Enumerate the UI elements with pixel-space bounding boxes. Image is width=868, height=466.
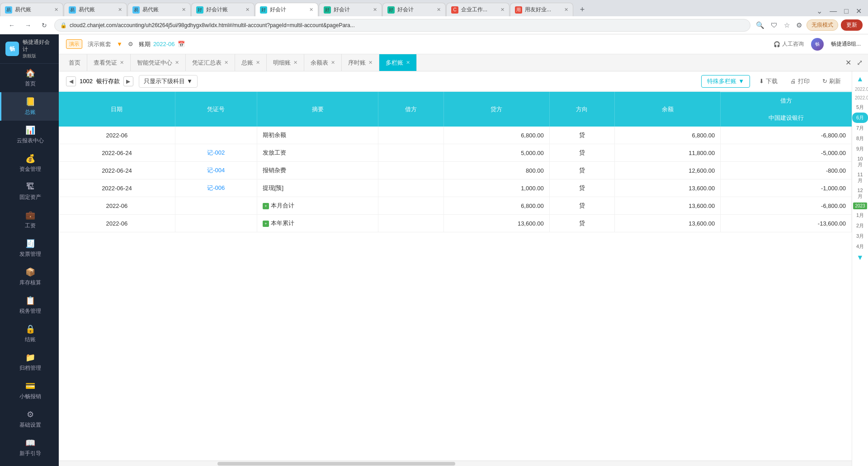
sidebar-item-funds[interactable]: 💰 资金管理	[0, 149, 59, 178]
right-panel-month-3[interactable]: 3月	[852, 231, 868, 241]
star-icon[interactable]: ☆	[782, 19, 792, 31]
minimize-icon[interactable]: —	[827, 6, 840, 16]
service-button[interactable]: 🎧 人工咨询	[774, 40, 804, 48]
update-button[interactable]: 更新	[841, 19, 863, 31]
cell-voucher[interactable]: 记-004	[175, 162, 257, 179]
refresh-button[interactable]: ↻ 刷新	[819, 75, 844, 87]
scroll-up-button[interactable]: ▲	[855, 73, 866, 85]
tab-balance-close[interactable]: ✕	[331, 60, 335, 66]
right-panel-month-10[interactable]: 10月	[852, 154, 868, 170]
tab-home[interactable]: 首页	[62, 54, 87, 71]
tab-smart[interactable]: 智能凭证中心 ✕	[131, 54, 186, 71]
right-panel-month-12[interactable]: 12月	[852, 186, 868, 202]
right-panel-month-5[interactable]: 5月	[852, 102, 868, 113]
browser-tab-6[interactable]: 好 好会计 ✕	[319, 3, 382, 16]
sidebar-item-expense[interactable]: 💳 小畅报销	[0, 377, 59, 405]
sidebar-item-close[interactable]: 🔒 结账	[0, 320, 59, 348]
right-panel-month-1[interactable]: 1月	[852, 210, 868, 221]
tab-detail[interactable]: 明细账 ✕	[267, 54, 304, 71]
sidebar-item-ledger[interactable]: 📒 总账	[0, 92, 59, 121]
right-panel-year-2023[interactable]: 2023	[853, 202, 867, 209]
tab-multi[interactable]: 多栏账 ✕	[379, 54, 417, 71]
sidebar-item-invoice[interactable]: 🧾 发票管理	[0, 234, 59, 263]
cell-voucher[interactable]: 记-002	[175, 144, 257, 162]
sidebar-item-tax[interactable]: 📋 税务管理	[0, 291, 59, 320]
cell-voucher[interactable]: 记-006	[175, 179, 257, 197]
cell-direction: 贷	[549, 144, 614, 162]
tab-close-8[interactable]: ✕	[500, 7, 505, 13]
tab-sequence-close[interactable]: ✕	[368, 60, 373, 66]
right-panel-month-7[interactable]: 7月	[852, 123, 868, 133]
tab-close-4[interactable]: ✕	[245, 7, 250, 13]
browser-tab-5[interactable]: 好 好会计 ✕	[255, 3, 318, 16]
tab-sequence[interactable]: 序时账 ✕	[342, 54, 379, 71]
filter-dropdown[interactable]: 只显示下级科目 ▼	[139, 75, 198, 88]
sidebar-item-guide[interactable]: 📖 新手引导	[0, 433, 59, 462]
tab-close-2[interactable]: ✕	[118, 7, 122, 13]
wuhen-button[interactable]: 无痕模式	[807, 19, 838, 31]
right-panel-month-6[interactable]: 6月	[852, 113, 868, 123]
download-button[interactable]: ⬇ 下载	[755, 75, 781, 87]
browser-tab-7[interactable]: 好 好会计 ✕	[382, 3, 446, 16]
browser-tab-8[interactable]: C 企业工作... ✕	[446, 3, 509, 16]
browser-tab-9[interactable]: 用 用友好业... ✕	[510, 3, 573, 16]
browser-close-icon[interactable]: ✕	[853, 6, 864, 16]
refresh-button[interactable]: ↻	[38, 19, 51, 32]
sidebar-item-inventory[interactable]: 📦 库存核算	[0, 263, 59, 291]
tabs-close-icon[interactable]: ✕	[844, 56, 853, 69]
tab-menu-icon[interactable]: ⌄	[814, 6, 825, 16]
tab-smart-close[interactable]: ✕	[175, 60, 179, 66]
new-tab-button[interactable]: +	[576, 3, 589, 16]
tab-close-6[interactable]: ✕	[373, 7, 377, 13]
sidebar-item-assets[interactable]: 🏗 固定资产	[0, 178, 59, 206]
shield-icon[interactable]: 🛡	[769, 19, 779, 31]
extension-icon[interactable]: ⚙	[794, 19, 804, 31]
sidebar-item-reports[interactable]: 📊 云报表中心	[0, 121, 59, 149]
browser-tab-1[interactable]: 易 易代账 ✕	[0, 3, 63, 16]
account-next-button[interactable]: ▶	[123, 76, 133, 86]
account-prev-button[interactable]: ◀	[66, 76, 76, 86]
sidebar-item-salary[interactable]: 💼 工资	[0, 206, 59, 234]
tab-balance[interactable]: 余额表 ✕	[304, 54, 342, 71]
maximize-icon[interactable]: □	[841, 6, 851, 16]
scrollbar-thumb[interactable]	[217, 462, 455, 466]
right-panel-month-9[interactable]: 9月	[852, 144, 868, 154]
right-panel-month-4[interactable]: 4月	[852, 241, 868, 252]
sidebar-item-home[interactable]: 🏠 首页	[0, 64, 59, 92]
settings-toolbar-icon[interactable]: ⚙	[128, 41, 133, 47]
tab-general[interactable]: 总账 ✕	[235, 54, 267, 71]
tab-summary-close[interactable]: ✕	[224, 60, 228, 66]
sidebar-item-member[interactable]: 👤 畅会员	[0, 462, 59, 466]
search-icon[interactable]: 🔍	[754, 19, 766, 31]
browser-tab-3[interactable]: 易 易代账 ✕	[127, 3, 191, 16]
tab-voucher[interactable]: 查看凭证 ✕	[87, 54, 131, 71]
print-button[interactable]: 🖨 打印	[787, 75, 813, 87]
browser-tab-4[interactable]: 好 好会计账 ✕	[191, 3, 255, 16]
tab-summary[interactable]: 凭证汇总表 ✕	[186, 54, 235, 71]
right-panel-month-8[interactable]: 8月	[852, 133, 868, 144]
multi-col-button[interactable]: 特殊多栏账 ▼	[701, 75, 750, 88]
browser-tab-2[interactable]: 易 易代账 ✕	[64, 3, 127, 16]
back-button[interactable]: ←	[5, 19, 18, 32]
tab-close-1[interactable]: ✕	[54, 7, 58, 13]
tab-close-3[interactable]: ✕	[182, 7, 186, 13]
forward-button[interactable]: →	[22, 19, 34, 32]
tab-close-7[interactable]: ✕	[437, 7, 441, 13]
right-panel-month-11[interactable]: 11月	[852, 170, 868, 186]
tab-close-5[interactable]: ✕	[309, 7, 313, 13]
address-bar[interactable]: 🔒 cloud2.chanjet.com/accounting/uh26t264…	[54, 19, 750, 32]
tab-detail-close[interactable]: ✕	[293, 60, 297, 66]
tab-multi-close[interactable]: ✕	[406, 60, 410, 66]
right-panel-month-2[interactable]: 2月	[852, 221, 868, 231]
demo-dropdown[interactable]: ▼	[117, 41, 123, 47]
sidebar-item-archive[interactable]: 📁 归档管理	[0, 348, 59, 377]
scroll-down-button[interactable]: ▼	[855, 252, 866, 264]
tabs-expand-icon[interactable]: ⤢	[855, 56, 864, 69]
tab-general-close[interactable]: ✕	[256, 60, 260, 66]
calendar-icon[interactable]: 📅	[178, 41, 185, 47]
horizontal-scrollbar[interactable]	[59, 461, 852, 466]
sidebar-item-settings[interactable]: ⚙ 基础设置	[0, 405, 59, 433]
tab-voucher-close[interactable]: ✕	[120, 60, 124, 66]
tab-close-9[interactable]: ✕	[564, 7, 568, 13]
tab-bar: 易 易代账 ✕ 易 易代账 ✕ 易 易代账 ✕ 好 好会计账 ✕ 好 好会计 ✕…	[0, 0, 868, 16]
